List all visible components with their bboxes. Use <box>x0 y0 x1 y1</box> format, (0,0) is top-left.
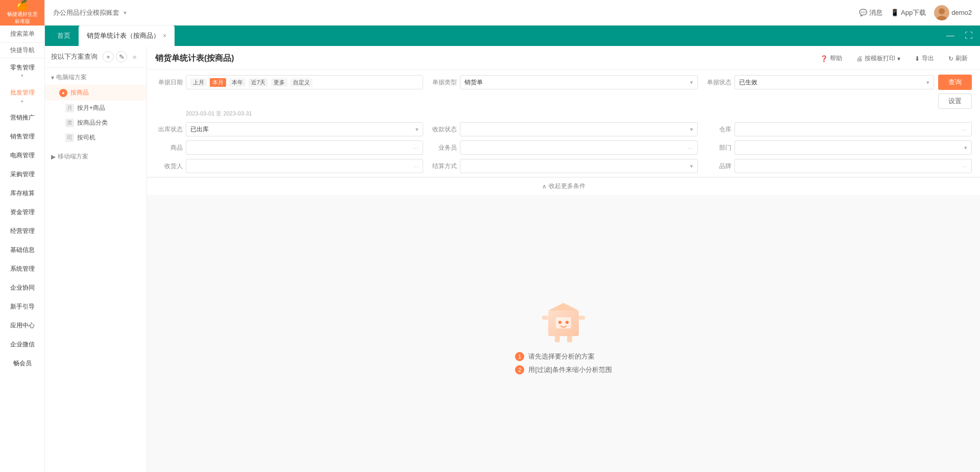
date-this-year-btn[interactable]: 本年 <box>229 78 246 87</box>
app-download-btn[interactable]: 📱 App下载 <box>891 8 926 17</box>
warehouse-input[interactable]: ··· <box>734 122 972 136</box>
product-input[interactable]: ··· <box>186 140 423 155</box>
receiver-more-icon[interactable]: ··· <box>413 162 419 170</box>
message-label: 消息 <box>869 8 883 17</box>
sidebar-search[interactable]: 搜索菜单 <box>0 26 44 43</box>
sidebar-item-system[interactable]: 系统管理 <box>0 259 44 278</box>
settlement-input[interactable]: ▾ <box>460 159 697 173</box>
logo[interactable]: 🍊 畅捷通好生意 标准版 <box>0 0 44 26</box>
tab-home[interactable]: 首页 <box>49 26 79 46</box>
product-more-icon[interactable]: ··· <box>413 144 419 152</box>
department-input[interactable]: ▾ <box>734 140 972 155</box>
reset-button[interactable]: 设置 <box>938 93 972 109</box>
warehouse-label: 仓库 <box>704 125 734 134</box>
tab-minimize-btn[interactable]: — <box>943 29 958 43</box>
sidebar-item-ecommerce[interactable]: 电商管理 <box>0 146 44 165</box>
mobile-scheme-group-title[interactable]: ▶ 移动端方案 <box>45 149 146 164</box>
scheme-item-month-product[interactable]: 月 按月+商品 <box>45 101 146 115</box>
sidebar-item-sales[interactable]: 销售管理 <box>0 127 44 146</box>
brand-label: 品牌 <box>704 162 734 171</box>
sidebar-item-operation[interactable]: 经营管理 <box>0 222 44 241</box>
department-arrow-icon: ▾ <box>964 145 967 151</box>
date-this-month-btn[interactable]: 本月 <box>210 78 226 87</box>
sidebar-item-purchase[interactable]: 采购管理 <box>0 165 44 184</box>
scheme-item-by-product[interactable]: ● 按商品 <box>45 85 146 101</box>
svg-rect-11 <box>579 316 585 320</box>
tab-sales-stat[interactable]: 销货单统计表（按商品） × <box>79 26 175 46</box>
sidebar-item-wholesale[interactable]: 批发管理 ▴ <box>0 83 44 108</box>
receipt-status-input[interactable]: ▾ <box>460 122 697 136</box>
sidebar-item-newbie[interactable]: 新手引导 <box>0 297 44 316</box>
svg-rect-9 <box>567 336 572 342</box>
salesman-input[interactable]: ··· <box>460 140 697 155</box>
svg-point-6 <box>558 321 561 324</box>
brand-more-icon[interactable]: ··· <box>962 162 967 170</box>
svg-rect-10 <box>542 316 548 320</box>
department-field-box: 部门 ▾ <box>704 140 972 155</box>
brand-input[interactable]: ··· <box>734 159 972 173</box>
tab-maximize-btn[interactable]: ⛶ <box>962 29 976 43</box>
collapse-panel-btn[interactable]: « <box>129 51 140 62</box>
settlement-arrow-icon: ▾ <box>690 163 693 170</box>
topbar-right: 💬 消息 📱 App下载 demo2 <box>859 5 972 20</box>
query-button[interactable]: 查询 <box>938 75 972 90</box>
sidebar-item-appcenter[interactable]: 应用中心 <box>0 316 44 335</box>
sidebar-item-wechat[interactable]: 企业微信 <box>0 335 44 354</box>
refresh-label: 刷新 <box>955 54 968 63</box>
sidebar-item-corp[interactable]: 企业协同 <box>0 278 44 297</box>
sidebar-item-retail[interactable]: 零售管理 ▾ <box>0 58 44 83</box>
export-label: 导出 <box>922 54 934 63</box>
sidebar-quicknav[interactable]: 快捷导航 <box>0 43 44 58</box>
print-btn[interactable]: 🖨 按模板打印 ▾ <box>852 52 904 65</box>
scheme-item-driver[interactable]: 司 按司机 <box>45 130 146 145</box>
page-content: 按以下方案查询 + ✎ « ▾ 电脑端方案 ● 按商品 月 按月 <box>45 46 980 472</box>
doc-status-input[interactable]: 已生效 ▾ <box>734 75 934 89</box>
logo-sub: 标准版 <box>15 18 30 25</box>
pc-scheme-group-title[interactable]: ▾ 电脑端方案 <box>45 70 146 85</box>
scheme-item-label: 按商品分类 <box>77 119 108 127</box>
scheme-item-category[interactable]: 类 按商品分类 <box>45 115 146 130</box>
tip-text-2: 用[过滤]条件来缩小分析范围 <box>528 365 611 374</box>
date-last7-btn[interactable]: 近7天 <box>249 78 268 87</box>
tab-close-icon[interactable]: × <box>163 32 166 39</box>
doc-type-field-box: 单据类型 销货单 ▾ <box>429 75 697 90</box>
doc-type-input[interactable]: 销货单 ▾ <box>460 75 697 89</box>
left-panel-title: 按以下方案查询 <box>51 52 97 61</box>
print-icon: 🖨 <box>856 55 863 62</box>
salesman-field-box: 业务员 ··· <box>429 140 697 155</box>
out-status-input[interactable]: 已出库 ▾ <box>186 122 423 136</box>
sidebar-item-inventory[interactable]: 库存核算 <box>0 184 44 203</box>
app-download-icon: 📱 <box>891 9 899 16</box>
pc-scheme-label: 电脑端方案 <box>56 73 87 82</box>
add-scheme-btn[interactable]: + <box>103 51 114 62</box>
date-custom-btn[interactable]: 自定义 <box>290 78 312 87</box>
product-label: 商品 <box>155 144 186 152</box>
sidebar-item-finance[interactable]: 资金管理 <box>0 203 44 222</box>
collapse-bar[interactable]: ∧ 收起更多条件 <box>147 177 980 195</box>
export-btn[interactable]: ⬇ 导出 <box>911 52 938 65</box>
mobile-scheme-group: ▶ 移动端方案 <box>45 147 146 166</box>
edit-scheme-btn[interactable]: ✎ <box>116 51 127 62</box>
salesman-more-icon[interactable]: ··· <box>688 144 693 152</box>
sidebar-item-marketing[interactable]: 营销推广 <box>0 108 44 127</box>
expand-icon: ▾ <box>51 74 54 81</box>
workspace-dropdown-icon[interactable]: ▾ <box>124 9 127 16</box>
pc-scheme-group: ▾ 电脑端方案 ● 按商品 月 按月+商品 类 按商品分类 司 按司机 <box>45 68 146 147</box>
warehouse-field-box: 仓库 ··· <box>704 122 972 137</box>
date-last-month-btn[interactable]: 上月 <box>190 78 207 87</box>
search-label: 搜索菜单 <box>10 30 35 37</box>
warehouse-more-icon[interactable]: ··· <box>962 126 967 133</box>
help-btn[interactable]: ❓ 帮助 <box>816 52 846 65</box>
scheme-item-label: 按司机 <box>77 133 95 142</box>
topbar: 办公用品行业模拟账套 ▾ 💬 消息 📱 App下载 demo2 <box>45 0 980 26</box>
receiver-input[interactable]: ··· <box>186 159 423 173</box>
settlement-field-box: 结算方式 ▾ <box>429 158 697 174</box>
date-field[interactable]: 上月 本月 本年 近7天 更多 自定义 <box>186 75 423 89</box>
date-more-btn[interactable]: 更多 <box>271 78 287 87</box>
refresh-btn[interactable]: ↻ 刷新 <box>944 52 972 65</box>
sidebar-item-basic[interactable]: 基础信息 <box>0 241 44 259</box>
user-menu[interactable]: demo2 <box>934 5 972 20</box>
sidebar-item-member[interactable]: 畅会员 <box>0 354 44 373</box>
sub-icon-cat: 类 <box>65 119 74 127</box>
message-btn[interactable]: 💬 消息 <box>859 8 883 17</box>
